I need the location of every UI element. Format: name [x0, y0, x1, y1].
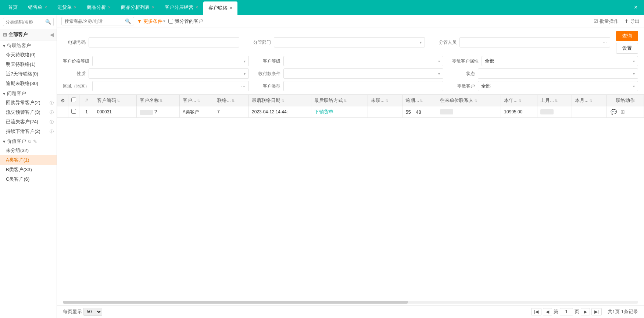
- close-purchase-icon[interactable]: ×: [74, 5, 76, 10]
- per-page-select[interactable]: 50 100 200: [83, 308, 102, 316]
- sidebar-item-repurchase-anomaly[interactable]: 回购异常客户(2) ⓘ: [0, 98, 57, 107]
- sidebar-item-overdue[interactable]: 逾期未联络(30): [0, 79, 57, 88]
- status-select[interactable]: ▾: [478, 68, 638, 79]
- pending-contact-group[interactable]: ▾ 待联络客户: [0, 40, 57, 50]
- row-checkbox[interactable]: [71, 109, 76, 114]
- all-customers-header[interactable]: ⊞ 全部客户 ◀: [0, 29, 57, 40]
- retail-attr-select[interactable]: 全部 ▾: [482, 56, 638, 66]
- first-page-button[interactable]: |◀: [531, 308, 541, 315]
- payment-select[interactable]: ▾: [283, 68, 444, 79]
- person-select[interactable]: ···: [459, 37, 610, 47]
- last-method-sort-icon[interactable]: ⇅: [344, 99, 347, 103]
- last-date-sort-icon[interactable]: ⇅: [281, 99, 284, 103]
- overdue-sort-icon[interactable]: ⇅: [420, 99, 423, 103]
- sidebar-item-loss-warning[interactable]: 流失预警客户(3) ⓘ: [0, 107, 57, 117]
- horizontal-scrollbar[interactable]: [57, 299, 644, 305]
- close-customer-segment-icon[interactable]: ×: [196, 5, 198, 10]
- scroll-thumb[interactable]: [63, 301, 408, 304]
- more-conditions-button[interactable]: ▼ 更多条件 ▾: [137, 18, 165, 25]
- type-sort-icon[interactable]: ⇅: [197, 99, 200, 103]
- td-last-method[interactable]: 下销货单: [311, 106, 368, 118]
- value-customers-group[interactable]: ▾ 价值客户 ↻ ✎: [0, 136, 57, 146]
- sidebar-search-box[interactable]: 🔍: [3, 18, 54, 26]
- settings-button[interactable]: 设置: [616, 43, 638, 54]
- gear-icon[interactable]: ⚙: [61, 98, 65, 103]
- page-input[interactable]: [560, 308, 573, 315]
- th-this-year[interactable]: 本年... ⇅: [501, 95, 537, 106]
- export-button[interactable]: ⬆ 导出: [625, 18, 640, 25]
- problem-customers-group[interactable]: ▾ 问题客户: [0, 88, 57, 98]
- sidebar-item-declining[interactable]: 持续下滑客户(2) ⓘ: [0, 127, 57, 136]
- contact-person-sort-icon[interactable]: ⇅: [474, 99, 477, 103]
- th-contact-count[interactable]: 联络... ⇅: [214, 95, 248, 106]
- th-checkbox[interactable]: [68, 95, 79, 106]
- th-overdue[interactable]: 逾期... ⇅: [402, 95, 437, 106]
- next-page-button[interactable]: ▶: [581, 308, 590, 315]
- sidebar-item-c-class[interactable]: C类客户(6): [0, 174, 57, 184]
- th-this-month[interactable]: 本月... ⇅: [572, 95, 607, 106]
- close-product-list-icon[interactable]: ×: [152, 5, 154, 10]
- close-salesorder-icon[interactable]: ×: [44, 5, 47, 10]
- th-name[interactable]: 客户名称 ⇅: [137, 95, 179, 106]
- refresh-icon[interactable]: ↻: [28, 139, 32, 144]
- customer-level-select[interactable]: ▾: [283, 56, 444, 66]
- th-last-date[interactable]: 最后联络日期 ⇅: [248, 95, 311, 106]
- sidebar-item-b-class[interactable]: B类客户(33): [0, 165, 57, 174]
- sidebar-item-a-class[interactable]: A类客户(1): [0, 155, 57, 165]
- dept-select[interactable]: ▾: [274, 37, 425, 47]
- close-customer-contact-icon[interactable]: ×: [230, 6, 232, 11]
- batch-ops-button[interactable]: ☑ 批量操作: [594, 18, 619, 25]
- phone-input[interactable]: [89, 37, 239, 47]
- customer-type-select[interactable]: [283, 81, 444, 91]
- action-chat-icon[interactable]: 💬: [611, 109, 617, 115]
- th-last-month[interactable]: 上月... ⇅: [537, 95, 572, 106]
- not-contacted-sort-icon[interactable]: ⇅: [385, 99, 388, 103]
- region-select[interactable]: ···: [92, 81, 249, 91]
- sidebar-search-icon[interactable]: 🔍: [45, 19, 51, 25]
- last-page-button[interactable]: ▶|: [591, 308, 602, 315]
- this-year-sort-icon[interactable]: ⇅: [518, 99, 521, 103]
- nav-tab-customer-segment[interactable]: 客户分层经营 ×: [160, 0, 203, 15]
- nav-tab-purchase[interactable]: 进货单 ×: [52, 0, 82, 15]
- sidebar-item-lost[interactable]: 已流失客户(24) ⓘ: [0, 117, 57, 127]
- last-month-sort-icon[interactable]: ⇅: [555, 99, 558, 103]
- nav-tab-salesorder[interactable]: 销售单 ×: [23, 0, 52, 15]
- code-sort-icon[interactable]: ⇅: [117, 99, 120, 103]
- filter-search-icon[interactable]: 🔍: [125, 18, 131, 24]
- sidebar-collapse-icon[interactable]: ◀: [50, 32, 54, 38]
- th-code[interactable]: 客户编码 ⇅: [94, 95, 137, 106]
- filter-search-box[interactable]: 🔍: [61, 17, 134, 25]
- th-contact-person[interactable]: 往来单位联系人 ⇅: [437, 95, 501, 106]
- sidebar-item-today[interactable]: 今天待联络(0): [0, 50, 57, 60]
- th-type[interactable]: 客户... ⇅: [179, 95, 214, 106]
- sidebar-item-7days[interactable]: 近7天待联络(0): [0, 69, 57, 79]
- contact-sort-icon[interactable]: ⇅: [232, 99, 235, 103]
- action-link-icon[interactable]: ⊞: [620, 109, 625, 115]
- filter-search-input[interactable]: [65, 19, 124, 24]
- th-last-method[interactable]: 最后联络方式 ⇅: [311, 95, 368, 106]
- sidebar-item-tomorrow[interactable]: 明天待联络(1): [0, 60, 57, 69]
- price-level-select[interactable]: ▾: [92, 56, 249, 66]
- my-customers-check[interactable]: [168, 19, 173, 24]
- td-checkbox-cell[interactable]: [68, 106, 79, 118]
- this-month-sort-icon[interactable]: ⇅: [589, 99, 592, 103]
- th-not-contacted[interactable]: 未联... ⇅: [368, 95, 402, 106]
- nav-tab-product-analysis[interactable]: 商品分析 ×: [82, 0, 116, 15]
- prev-page-button[interactable]: ◀: [543, 308, 552, 315]
- retail-customer-select[interactable]: 全部 ▾: [478, 81, 638, 91]
- select-all-checkbox[interactable]: [71, 98, 76, 102]
- last-method-link[interactable]: 下销货单: [314, 109, 333, 114]
- nav-tab-customer-contact[interactable]: 客户联络 ×: [203, 1, 237, 15]
- my-customers-checkbox[interactable]: 我分管的客户: [168, 18, 203, 25]
- th-settings[interactable]: ⚙: [57, 95, 68, 106]
- sidebar-search-input[interactable]: [6, 20, 45, 25]
- edit-group-icon[interactable]: ✎: [33, 139, 37, 144]
- window-close-button[interactable]: ×: [630, 4, 641, 11]
- close-product-analysis-icon[interactable]: ×: [108, 5, 111, 10]
- sidebar-item-ungrouped[interactable]: 未分组(32): [0, 146, 57, 155]
- nature-select[interactable]: ▾: [89, 68, 249, 79]
- nav-home[interactable]: 首页: [3, 0, 23, 15]
- name-sort-icon[interactable]: ⇅: [160, 99, 162, 103]
- query-button[interactable]: 查询: [616, 31, 638, 41]
- nav-tab-product-list[interactable]: 商品分析列表 ×: [116, 0, 160, 15]
